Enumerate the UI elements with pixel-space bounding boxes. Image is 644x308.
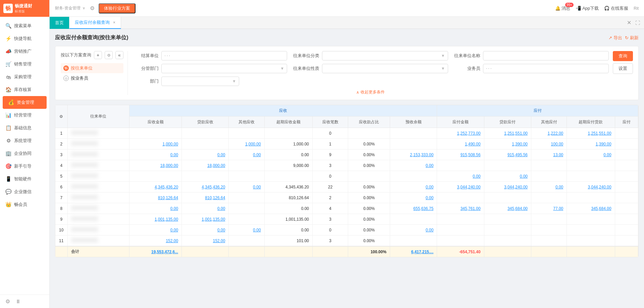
row-ar-loan[interactable]: 0.00 xyxy=(182,225,229,235)
sidebar-settings-icon[interactable]: ⚙ xyxy=(5,298,10,305)
row-ap-other[interactable]: 100.00 xyxy=(531,139,567,149)
row-ap-amount[interactable] xyxy=(437,225,484,235)
row-ar-other[interactable]: 0.00 xyxy=(229,225,264,235)
row-ap-overdue[interactable] xyxy=(567,192,615,203)
row-ap-loan[interactable]: 1,390.00 xyxy=(484,139,531,149)
tab-receivable[interactable]: 应收应付余额查询 × xyxy=(69,17,121,29)
row-ap-loan[interactable] xyxy=(484,160,531,171)
row-ap-overdue[interactable] xyxy=(567,160,615,171)
row-ar-loan[interactable] xyxy=(182,171,229,182)
row-ar-prepay[interactable]: 0.00 xyxy=(390,182,437,192)
scheme-by-salesperson[interactable]: ⊙ 按业务员 xyxy=(61,73,123,83)
row-ar-amount[interactable]: 0.00 xyxy=(129,203,182,214)
row-ap-amount[interactable]: 3,044,240.00 xyxy=(437,182,484,192)
table-settings-icon[interactable]: ⚙ xyxy=(59,114,63,119)
row-ap-other[interactable] xyxy=(531,192,567,203)
row-ar-amount[interactable]: 0.00 xyxy=(129,225,182,235)
row-ap-overdue[interactable]: 1,251,551.00 xyxy=(567,128,615,139)
row-ar-amount[interactable]: 1,000.00 xyxy=(129,139,182,149)
row-ar-other[interactable]: 0.00 xyxy=(229,182,264,192)
row-ar-amount[interactable]: 4,345,436.20 xyxy=(129,182,182,192)
row-ar-prepay[interactable]: 0.00 xyxy=(390,192,437,203)
footer-ar-total[interactable]: 19,553,472,6... xyxy=(129,246,182,257)
row-ar-loan[interactable]: 0.00 xyxy=(182,203,229,214)
add-scheme-button[interactable]: + xyxy=(94,51,102,59)
row-ar-loan[interactable]: 4,345,436.20 xyxy=(182,182,229,192)
dept-input[interactable]: ▼ xyxy=(161,77,239,86)
row-ar-loan[interactable]: 810,126.64 xyxy=(182,192,229,203)
sidebar-item-marketing[interactable]: 📣 营销推广 xyxy=(0,45,49,58)
row-ap-amount[interactable]: 915,508.56 xyxy=(437,149,484,160)
set-button[interactable]: 设置 xyxy=(613,63,633,74)
row-ap-other[interactable] xyxy=(531,171,567,182)
row-ap-loan[interactable]: 345,684.00 xyxy=(484,203,531,214)
row-ap-amount[interactable]: 345,761.00 xyxy=(437,203,484,214)
row-ap-other[interactable] xyxy=(531,225,567,235)
window-close-icon[interactable]: ✕ xyxy=(627,19,631,26)
row-ar-amount[interactable]: 18,000.00 xyxy=(129,160,182,171)
sidebar-item-finance[interactable]: 💰 资金管理 xyxy=(3,96,47,109)
tab-close-icon[interactable]: × xyxy=(113,20,115,25)
sidebar-item-guide[interactable]: 🎯 新手引导 xyxy=(0,160,49,173)
row-ap-overdue[interactable] xyxy=(567,214,615,225)
row-ar-prepay[interactable]: 0.00 xyxy=(390,225,437,235)
row-ap-overdue[interactable]: 3,044,240.00 xyxy=(567,182,615,192)
row-ar-loan[interactable] xyxy=(182,128,229,139)
user-name[interactable]: Rit xyxy=(634,6,639,11)
sidebar-item-quicknav[interactable]: ⚡ 快捷导航 xyxy=(0,32,49,45)
row-ap-amount[interactable] xyxy=(437,160,484,171)
salesperson-input[interactable]: ··· xyxy=(483,64,609,73)
app-download-link[interactable]: 📲 App下载 xyxy=(576,5,599,11)
sidebar-item-operations[interactable]: 📊 经营管理 xyxy=(0,109,49,122)
scheme-by-unit[interactable]: 畅 按往来单位 xyxy=(61,63,123,73)
row-ap-other[interactable]: 77.00 xyxy=(531,203,567,214)
row-ar-loan[interactable] xyxy=(182,139,229,149)
row-ar-other[interactable] xyxy=(229,128,264,139)
row-ap-other[interactable] xyxy=(531,160,567,171)
row-ap-amount[interactable]: 1,490.00 xyxy=(437,139,484,149)
sidebar-item-baseinfo[interactable]: 📋 基础信息 xyxy=(0,122,49,134)
row-ar-prepay[interactable] xyxy=(390,128,437,139)
query-button[interactable]: 查询 xyxy=(613,51,633,61)
sidebar-item-purchase[interactable]: 🛍 采购管理 xyxy=(0,71,49,83)
sidebar-collapse-icon[interactable]: ⏸ xyxy=(15,299,21,305)
row-ar-other[interactable] xyxy=(229,235,264,247)
row-ap-loan[interactable] xyxy=(484,225,531,235)
scheme-settings-icon[interactable]: ⊙ xyxy=(105,51,113,59)
row-ap-amount[interactable]: 0.00 xyxy=(437,171,484,182)
row-ar-amount[interactable]: 152.00 xyxy=(129,235,182,247)
tab-home[interactable]: 首页 xyxy=(50,17,69,29)
promo-button[interactable]: 体验行业方案 xyxy=(99,3,136,13)
message-button[interactable]: 🔔 消息 99+ xyxy=(555,5,571,11)
row-ap-loan[interactable] xyxy=(484,235,531,247)
row-ap-loan[interactable]: 915,495.56 xyxy=(484,149,531,160)
export-button[interactable]: ↗ 导出 xyxy=(608,35,622,41)
row-ap-overdue[interactable]: 345,684.00 xyxy=(567,203,615,214)
row-ap-amount[interactable] xyxy=(437,192,484,203)
row-ar-prepay[interactable] xyxy=(390,139,437,149)
row-ar-other[interactable]: 1,000.00 xyxy=(229,139,264,149)
sidebar-item-wechat[interactable]: 💬 企业微信 xyxy=(0,185,49,198)
row-ar-prepay[interactable]: 655,636.75 xyxy=(390,203,437,214)
row-ap-other[interactable] xyxy=(531,235,567,247)
row-ar-loan[interactable]: 18,000.00 xyxy=(182,160,229,171)
row-ar-prepay[interactable]: 2,153,333.00 xyxy=(390,149,437,160)
sidebar-item-warehouse[interactable]: 🏠 库存核算 xyxy=(0,83,49,96)
online-service-link[interactable]: 🎧 在线客服 xyxy=(604,5,628,11)
sidebar-item-search[interactable]: 🔍 搜索菜单 xyxy=(0,19,49,32)
row-ap-loan[interactable] xyxy=(484,192,531,203)
topbar-settings-icon[interactable]: ⚙ xyxy=(90,5,95,11)
sidebar-item-sales[interactable]: 🛒 销售管理 xyxy=(0,58,49,71)
row-ar-other[interactable] xyxy=(229,203,264,214)
row-ap-overdue[interactable] xyxy=(567,225,615,235)
row-ar-amount[interactable]: 1,001,135.00 xyxy=(129,214,182,225)
settle-unit-input[interactable]: ··· xyxy=(161,51,287,60)
row-ar-other[interactable]: 0.00 xyxy=(229,149,264,160)
row-ar-other[interactable] xyxy=(229,214,264,225)
row-ar-prepay[interactable] xyxy=(390,235,437,247)
row-ap-amount[interactable] xyxy=(437,235,484,247)
row-ap-overdue[interactable] xyxy=(567,235,615,247)
row-ar-prepay[interactable]: 0.00 xyxy=(390,160,437,171)
row-ap-loan[interactable]: 1,251,551.00 xyxy=(484,128,531,139)
row-ar-other[interactable] xyxy=(229,192,264,203)
